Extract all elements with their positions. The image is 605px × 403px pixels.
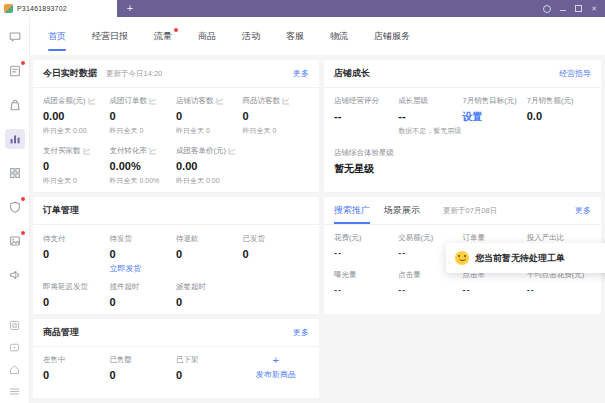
badge-dot	[21, 197, 25, 201]
nav-products[interactable]: 商品	[185, 17, 229, 55]
updated-time: 更新于07月08日	[443, 206, 497, 216]
sidebar-announce-icon[interactable]	[5, 265, 25, 285]
sidebar-gallery-icon[interactable]	[5, 231, 25, 251]
browser-tab[interactable]: P31461893702	[0, 0, 117, 17]
card-title: 今日实时数据	[43, 67, 97, 80]
badge-dot	[174, 28, 178, 32]
sidebar-video-icon[interactable]	[5, 337, 25, 357]
ship-now-link[interactable]: 立即发货	[110, 263, 177, 274]
metric-sub: 昨日全天 0	[110, 126, 177, 136]
nav-activities[interactable]: 活动	[229, 17, 273, 55]
tab-search-promotion[interactable]: 搜索推广	[334, 197, 370, 224]
minimize-icon[interactable]	[560, 10, 566, 11]
nav-products-label: 商品	[198, 30, 216, 43]
sidebar-orders-icon[interactable]	[5, 61, 25, 81]
trend-chart-icon[interactable]	[282, 97, 290, 105]
metric: 揽件超时 0	[110, 282, 177, 308]
theme-icon[interactable]	[543, 5, 551, 13]
metric-label: 揽件超时	[110, 282, 140, 292]
card-title: 店铺成长	[334, 67, 370, 80]
metric-label: 已下架	[176, 355, 199, 365]
sidebar-menu-icon[interactable]	[5, 381, 25, 401]
metric-label: 订单量	[463, 233, 486, 243]
window-controls: ✕	[543, 0, 605, 17]
metric-label: 点击量	[398, 270, 421, 280]
metric-note: 数据不足，暂无层级	[398, 126, 462, 136]
more-link[interactable]: 更多	[575, 205, 591, 216]
more-link[interactable]: 更多	[293, 327, 309, 338]
nav-logistics[interactable]: 物流	[317, 17, 361, 55]
realtime-data-card: 今日实时数据 更新于今日14:20 更多 成团金额(元) 0.00 昨日全天 0…	[33, 60, 319, 192]
metric-sub: 昨日全天 0	[176, 126, 243, 136]
metric-label: 即将延迟发货	[43, 282, 88, 292]
maximize-icon[interactable]	[575, 5, 582, 12]
left-column: 今日实时数据 更新于今日14:20 更多 成团金额(元) 0.00 昨日全天 0…	[33, 60, 319, 403]
close-icon[interactable]: ✕	[591, 5, 597, 12]
new-tab-button[interactable]: +	[117, 0, 143, 17]
store-growth-card: 店铺成长 经营指导 店铺经营评分 -- 成长层级 -- 数据不足，暂无层级 7月…	[324, 60, 601, 192]
toast-text: 您当前暂无待处理工单	[475, 252, 565, 265]
metric-value: 0	[43, 248, 110, 260]
realtime-row2: 支付买家数 0 昨日全天 0 支付转化率 0.00% 昨日全天 0.00% 成团…	[33, 136, 319, 186]
trend-chart-icon[interactable]	[83, 147, 91, 155]
trend-chart-icon[interactable]	[88, 97, 96, 105]
trend-chart-icon[interactable]	[228, 147, 236, 155]
metric-label: 派签超时	[176, 282, 206, 292]
app-logo-icon	[4, 4, 13, 13]
no-pending-tickets-toast[interactable]: 您当前暂无待处理工单	[446, 243, 605, 273]
trend-chart-icon[interactable]	[149, 97, 157, 105]
nav-service[interactable]: 客服	[273, 17, 317, 55]
nav-traffic[interactable]: 流量	[141, 17, 185, 55]
metric: 待发货 0 立即发货	[110, 234, 177, 274]
plus-icon: +	[243, 355, 310, 366]
metric-label: 7月销售额(元)	[527, 96, 574, 106]
nav-home[interactable]: 首页	[35, 17, 79, 55]
metric: 待退款 0	[176, 234, 243, 274]
metric: 点击率 --	[463, 270, 527, 295]
sidebar-shop-icon[interactable]	[5, 95, 25, 115]
sidebar	[0, 17, 30, 403]
metric-sub: 昨日全天 0	[43, 176, 110, 186]
nav-service-label: 客服	[286, 30, 304, 43]
sidebar-apps-icon[interactable]	[5, 163, 25, 183]
metric: 成长层级 -- 数据不足，暂无层级	[398, 96, 462, 136]
sidebar-home-icon[interactable]	[5, 359, 25, 379]
sidebar-security-icon[interactable]	[5, 197, 25, 217]
sidebar-chat-icon[interactable]	[5, 27, 25, 47]
nav-shop-services[interactable]: 店铺服务	[361, 17, 423, 55]
realtime-row1: 成团金额(元) 0.00 昨日全天 0.00 成团订单数 0 昨日全天 0 店铺…	[33, 88, 319, 136]
orders-row1: 待支付 0 待发货 0 立即发货 待退款 0 已发货 0	[33, 225, 319, 274]
business-guide-link[interactable]: 经营指导	[559, 68, 591, 79]
tab-scene-display[interactable]: 场景展示	[384, 197, 420, 224]
trend-chart-icon[interactable]	[216, 97, 224, 105]
more-link[interactable]: 更多	[293, 68, 309, 79]
metric-label: 支付转化率	[110, 146, 148, 156]
metric: 已售罄 0	[110, 355, 177, 381]
metric: 花费(元) --	[334, 233, 398, 258]
metric-label: 投入产出比	[527, 233, 565, 243]
set-target-link[interactable]: 设置	[463, 110, 527, 124]
publish-product-button[interactable]: + 发布新商品	[243, 355, 310, 381]
metric-label: 支付买家数	[43, 146, 81, 156]
metric-label: 成团客单价(元)	[176, 146, 226, 156]
nav-daily-report[interactable]: 经营日报	[79, 17, 141, 55]
metric-value: --	[398, 285, 462, 295]
trend-chart-icon[interactable]	[149, 147, 157, 155]
metric-value: --	[334, 248, 398, 258]
metric-label: 店铺经营评分	[334, 96, 379, 106]
metric: 7月销售额(元) 0.0	[527, 96, 591, 136]
metric: 成团订单数 0 昨日全天 0	[110, 96, 177, 136]
sidebar-data-icon[interactable]	[5, 129, 25, 149]
nav-logistics-label: 物流	[330, 30, 348, 43]
metric-value: --	[334, 285, 398, 295]
metric-value: 0	[110, 369, 177, 381]
order-management-card: 订单管理 待支付 0 待发货 0 立即发货 待退款 0	[33, 197, 319, 314]
card-title: 订单管理	[43, 204, 79, 217]
metric: 已发货 0	[243, 234, 310, 274]
metric-value: 0	[176, 296, 243, 308]
sidebar-workbench-icon[interactable]	[5, 315, 25, 335]
orders-row2: 即将延迟发货 0 揽件超时 0 派签超时 0	[33, 274, 319, 308]
metric-value: 0.00	[176, 160, 243, 172]
metric-label: 在售中	[43, 355, 66, 365]
metric-label: 已售罄	[110, 355, 133, 365]
